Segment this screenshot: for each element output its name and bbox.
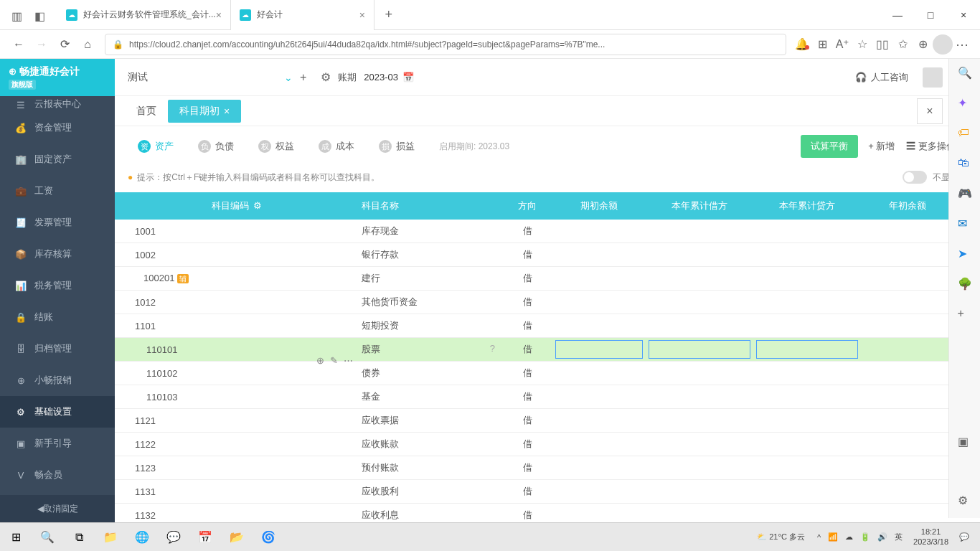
search-icon[interactable]: 🔍 bbox=[958, 66, 972, 80]
category-pill[interactable]: 损损益 bbox=[369, 135, 425, 158]
close-icon[interactable]: × bbox=[224, 105, 230, 117]
collections-icon[interactable]: ⊕ bbox=[913, 37, 933, 51]
sidebar-item[interactable]: V畅会员 bbox=[0, 459, 115, 491]
split-icon[interactable]: ▯▯ bbox=[872, 37, 892, 51]
tray-chevron[interactable]: ^ bbox=[817, 533, 821, 542]
search-button[interactable]: 🔍 bbox=[32, 523, 63, 552]
plus-icon[interactable]: + bbox=[958, 307, 972, 321]
explorer-icon[interactable]: 📂 bbox=[221, 523, 253, 552]
notifications-icon[interactable]: 💬 bbox=[959, 532, 969, 542]
battery-icon[interactable]: 🔋 bbox=[860, 532, 870, 542]
sidebar-item[interactable]: 💰资金管理 bbox=[0, 112, 115, 143]
add-child-icon[interactable]: ⊕ bbox=[316, 355, 324, 366]
clock[interactable]: 18:212023/3/18 bbox=[913, 527, 948, 546]
sidebar-item[interactable]: ☰云报表中心 bbox=[0, 96, 115, 112]
add-subject-button[interactable]: + 新增 bbox=[868, 140, 895, 153]
window-minimize[interactable]: — bbox=[881, 0, 914, 30]
ime-indicator[interactable]: 英 bbox=[895, 532, 903, 542]
user-avatar[interactable] bbox=[923, 67, 943, 88]
chrome-icon[interactable]: 🌐 bbox=[126, 523, 158, 552]
more-icon[interactable]: ⋯ bbox=[344, 355, 353, 366]
nav-back[interactable]: ← bbox=[7, 38, 30, 51]
outlook-icon[interactable]: ✉ bbox=[958, 217, 972, 231]
help-icon[interactable]: ? bbox=[490, 343, 495, 356]
table-row[interactable]: 1131应收股利借 bbox=[115, 480, 980, 504]
sidebar-toggle-icon[interactable]: ▥ bbox=[11, 9, 23, 21]
sidebar-item[interactable]: 📦库存核算 bbox=[0, 238, 115, 270]
app-folder[interactable]: 📁 bbox=[95, 523, 126, 552]
category-pill[interactable]: 资资产 bbox=[128, 135, 184, 158]
unpin-button[interactable]: ◀ 取消固定 bbox=[0, 495, 115, 522]
start-button[interactable]: ⊞ bbox=[0, 523, 32, 552]
tab-home[interactable]: 首页 bbox=[125, 100, 168, 123]
calendar-app-icon[interactable]: 📅 bbox=[189, 523, 221, 552]
edge-settings-icon[interactable]: ⚙ bbox=[958, 494, 972, 508]
table-row[interactable]: 1132应收利息借 bbox=[115, 504, 980, 522]
opening-balance-input[interactable] bbox=[555, 340, 643, 359]
category-pill[interactable]: 负负债 bbox=[188, 135, 244, 158]
text-size-icon[interactable]: A⁺ bbox=[832, 37, 852, 51]
hide-disabled-toggle[interactable] bbox=[903, 171, 927, 184]
table-row[interactable]: 1002银行存款借 bbox=[115, 243, 980, 267]
sidebar-item[interactable]: 🧾发票管理 bbox=[0, 207, 115, 238]
url-input[interactable]: 🔒 https://cloud2.chanjet.com/accounting/… bbox=[105, 34, 786, 55]
window-maximize[interactable]: □ bbox=[914, 0, 947, 30]
sidebar-item[interactable]: 🗄归档管理 bbox=[0, 333, 115, 364]
games-icon[interactable]: 🎮 bbox=[958, 187, 972, 201]
browser-tab[interactable]: ☁好会计× bbox=[231, 0, 374, 30]
workspace-icon[interactable]: ◧ bbox=[34, 9, 46, 21]
add-button[interactable]: + bbox=[300, 71, 306, 84]
org-selector[interactable]: 测试⌄ bbox=[128, 71, 293, 84]
table-row[interactable]: 100201辅建行借 bbox=[115, 267, 980, 291]
tag-icon[interactable]: 🏷 bbox=[958, 126, 972, 141]
trial-balance-button[interactable]: 试算平衡 bbox=[801, 135, 858, 158]
ytd-debit-input[interactable] bbox=[649, 340, 750, 359]
table-row[interactable]: 1012其他货币资金借 bbox=[115, 291, 980, 314]
ytd-credit-input[interactable] bbox=[756, 340, 858, 359]
settings-icon[interactable]: ⚙ bbox=[321, 70, 331, 84]
period-selector[interactable]: 账期 2023-03 📅 bbox=[338, 71, 414, 84]
window-close[interactable]: × bbox=[947, 0, 980, 30]
sidebar-item[interactable]: 🏢固定资产 bbox=[0, 143, 115, 175]
volume-icon[interactable]: 🔊 bbox=[877, 532, 887, 542]
browser-tab[interactable]: ☁好会计云财务软件管理系统_会计...× bbox=[57, 0, 231, 30]
cloud-icon[interactable]: ☁ bbox=[845, 532, 853, 542]
table-row[interactable]: 110103基金借 bbox=[115, 385, 980, 409]
category-pill[interactable]: 成成本 bbox=[308, 135, 364, 158]
send-icon[interactable]: ➤ bbox=[958, 247, 972, 261]
table-row[interactable]: 110101⊕✎⋯股票?借 bbox=[115, 338, 980, 362]
extensions-icon[interactable]: ⊞ bbox=[812, 37, 832, 51]
tab-close-all[interactable]: × bbox=[917, 98, 943, 124]
table-row[interactable]: 1121应收票据借 bbox=[115, 409, 980, 433]
close-icon[interactable]: × bbox=[359, 9, 365, 21]
shopping-icon[interactable]: 🛍 bbox=[958, 156, 972, 171]
sidebar-item[interactable]: 📊税务管理 bbox=[0, 270, 115, 301]
table-row[interactable]: 110102债券借 bbox=[115, 362, 980, 385]
category-pill[interactable]: 权权益 bbox=[248, 135, 304, 158]
consult-link[interactable]: 人工咨询 bbox=[871, 71, 908, 84]
favorite-icon[interactable]: ☆ bbox=[852, 37, 872, 51]
wifi-icon[interactable]: 📶 bbox=[828, 532, 838, 542]
table-row[interactable]: 1001库存现金借 bbox=[115, 220, 980, 243]
nav-home[interactable]: ⌂ bbox=[76, 38, 99, 51]
sparkle-icon[interactable]: ✦ bbox=[958, 96, 972, 110]
wechat-icon[interactable]: 💬 bbox=[158, 523, 189, 552]
favorites-bar-icon[interactable]: ✩ bbox=[892, 37, 913, 51]
table-row[interactable]: 1101短期投资借 bbox=[115, 314, 980, 338]
more-menu[interactable]: ⋯ bbox=[953, 37, 973, 52]
edit-icon[interactable]: ✎ bbox=[330, 355, 338, 366]
table-row[interactable]: 1122应收账款借 bbox=[115, 433, 980, 456]
taskview-button[interactable]: ⧉ bbox=[63, 523, 95, 552]
sidebar-item[interactable]: ▣新手引导 bbox=[0, 428, 115, 459]
collapse-icon[interactable]: ▣ bbox=[958, 435, 972, 449]
notification-icon[interactable]: 🔔 bbox=[792, 37, 812, 51]
sidebar-item[interactable]: 🔒结账 bbox=[0, 301, 115, 333]
nav-refresh[interactable]: ⟳ bbox=[53, 37, 76, 51]
tab-subject-opening[interactable]: 科目期初× bbox=[168, 100, 241, 123]
close-icon[interactable]: × bbox=[216, 9, 222, 21]
new-tab-button[interactable]: + bbox=[374, 7, 403, 22]
table-row[interactable]: 1123预付账款借 bbox=[115, 456, 980, 480]
sidebar-item[interactable]: ⚙基础设置 bbox=[0, 396, 115, 428]
sidebar-item[interactable]: ⊕小畅报销 bbox=[0, 364, 115, 396]
edge-icon[interactable]: 🌀 bbox=[253, 523, 284, 552]
